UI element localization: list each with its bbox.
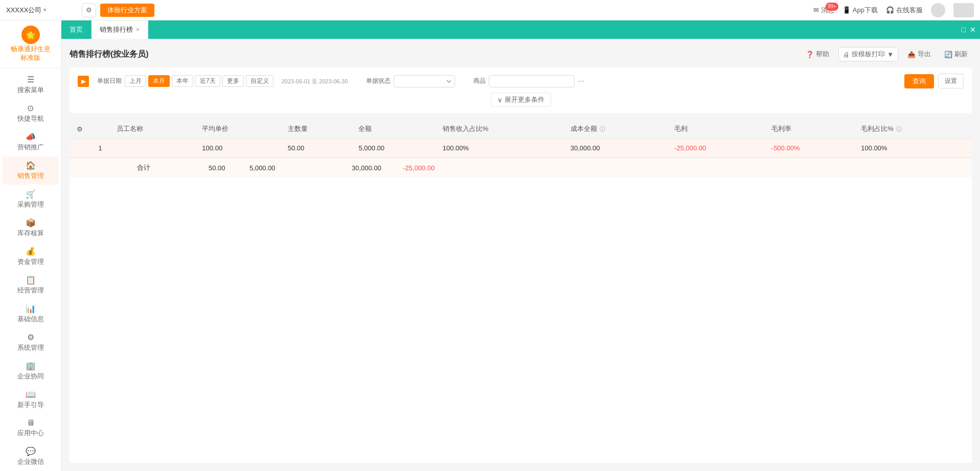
tab-home[interactable]: 首页 — [61, 20, 92, 39]
expand-more-label: 展开更多条件 — [505, 95, 544, 104]
sidebar-item-sales[interactable]: 🏠 销售管理 — [2, 156, 59, 185]
info-icon: ⓘ — [600, 126, 605, 132]
expand-more-row: ∨ 展开更多条件 — [78, 93, 964, 107]
sidebar-item-quick[interactable]: ⊙ 快捷导航 — [2, 99, 59, 127]
marketing-icon: 📣 — [26, 132, 36, 142]
col-cost-amount: 成本全额 ⓘ — [564, 119, 668, 139]
col-qty: 主数量 — [282, 119, 353, 139]
template-arrow-icon: ▼ — [887, 51, 894, 58]
company-name: XXXXX公司 — [6, 6, 41, 15]
refresh-button[interactable]: 🔄 刷新 — [940, 48, 972, 61]
date-range-buttons: 上月 本月 本年 近7天 更多 自定义 — [125, 75, 274, 87]
col-gear[interactable]: ⚙ — [70, 119, 90, 139]
sidebar-item-apps[interactable]: 🖥 应用中心 — [2, 414, 59, 442]
gear-icon: ⚙ — [77, 125, 83, 133]
sidebar-label-basic: 基础信息 — [17, 315, 44, 324]
settings-icon[interactable]: ⚙ — [82, 3, 96, 17]
sidebar-item-purchase[interactable]: 🛒 采购管理 — [2, 185, 59, 213]
sidebar-label-operation: 经营管理 — [17, 286, 44, 295]
cell-qty: 50.00 — [282, 139, 353, 158]
filter-area: ▶ 单据日期 上月 本月 本年 近7天 更多 自定义 — [70, 68, 972, 113]
window-close-icon[interactable]: ✕ — [970, 26, 976, 34]
operation-icon: 📋 — [26, 275, 36, 285]
sidebar-label-finance: 资金管理 — [17, 257, 44, 266]
export-button[interactable]: 📤 导出 — [903, 48, 935, 61]
company-selector[interactable]: XXXXX公司 ▾ — [6, 6, 78, 15]
sidebar-item-basic[interactable]: 📊 基础信息 — [2, 300, 59, 328]
page-header: 销售排行榜(按业务员) ❓ 帮助 🖨 按模板打印 ▼ 📤 导出 — [70, 47, 972, 61]
system-icon: ⚙ — [27, 332, 34, 342]
main-layout: 🌟 畅康通好生意 标准版 ☰ 搜索菜单 ⊙ 快捷导航 📣 营销推广 🏠 销 — [0, 20, 980, 471]
date-btn-this-year[interactable]: 本年 — [172, 75, 193, 87]
window-minimize-icon[interactable]: □ — [962, 26, 966, 34]
chevron-down-icon: ∨ — [497, 96, 503, 104]
sidebar-item-enterprise[interactable]: 🏢 企业协同 — [2, 357, 59, 385]
sidebar-label-inventory: 库存核算 — [17, 229, 44, 238]
cell-gross-rate: -500.00% — [765, 139, 855, 158]
service-label: 在线客服 — [896, 6, 923, 15]
trial-button[interactable]: 体验行业方案 — [100, 4, 154, 17]
sidebar-item-inventory[interactable]: 📦 库存核算 — [2, 214, 59, 242]
sidebar-item-search[interactable]: ☰ 搜索菜单 — [2, 71, 59, 99]
sidebar-item-guide[interactable]: 📖 新手引导 — [2, 386, 59, 414]
search-icon: ☰ — [27, 75, 34, 84]
service-button[interactable]: 🎧 在线客服 — [886, 6, 923, 15]
sidebar-label-guide: 新手引导 — [17, 400, 44, 410]
sidebar-label-wechat: 企业微信 — [17, 457, 44, 466]
query-button[interactable]: 查询 — [904, 74, 934, 88]
message-button[interactable]: ✉ 消息 99+ — [813, 6, 834, 15]
date-btn-custom[interactable]: 自定义 — [246, 75, 274, 87]
wechat-icon: 💬 — [26, 446, 36, 456]
phone-icon: 📱 — [842, 6, 851, 14]
data-table: ⚙ 员工名称 平均单价 主数量 — [70, 119, 972, 158]
guide-icon: 📖 — [26, 390, 36, 399]
app-download-button[interactable]: 📱 App下载 — [842, 6, 878, 15]
col-rank — [90, 119, 110, 139]
tab-sales-ranking[interactable]: 销售排行榜 × — [92, 20, 148, 39]
content-area: 首页 销售排行榜 × □ ✕ 销售排行榜(按业务员) ❓ 帮助 — [61, 20, 980, 471]
chevron-down-icon: ▾ — [43, 7, 47, 13]
footer-amount: 5,000.00 — [249, 164, 301, 172]
sidebar-item-finance[interactable]: 💰 资金管理 — [2, 242, 59, 271]
table-container: ⚙ 员工名称 平均单价 主数量 — [70, 119, 972, 463]
date-btn-7days[interactable]: 近7天 — [195, 75, 220, 87]
sidebar-nav: ☰ 搜索菜单 ⊙ 快捷导航 📣 营销推广 🏠 销售管理 🛒 采购管理 📦 库 — [0, 68, 61, 471]
more-dots[interactable]: ··· — [578, 77, 584, 86]
goods-input[interactable] — [489, 75, 575, 87]
inventory-icon: 📦 — [26, 218, 36, 228]
sidebar-item-system[interactable]: ⚙ 系统管理 — [2, 328, 59, 356]
footer-cost: 30,000.00 — [352, 164, 403, 172]
message-icon: ✉ — [813, 6, 819, 14]
sidebar-item-wechat[interactable]: 💬 企业微信 — [2, 442, 59, 470]
headset-icon: 🎧 — [886, 6, 894, 14]
sidebar-item-operation[interactable]: 📋 经营管理 — [2, 271, 59, 299]
expand-more-button[interactable]: ∨ 展开更多条件 — [491, 93, 551, 107]
page-content: 销售排行榜(按业务员) ❓ 帮助 🖨 按模板打印 ▼ 📤 导出 — [61, 39, 980, 471]
goods-filter: 商品 ··· — [473, 75, 584, 87]
export-label: 导出 — [918, 50, 931, 59]
status-select[interactable] — [394, 75, 455, 87]
col-amount: 全额 — [352, 119, 436, 139]
filter-row-main: ▶ 单据日期 上月 本月 本年 近7天 更多 自定义 — [78, 74, 964, 88]
user-name[interactable] — [953, 3, 974, 17]
template-label: 按模板打印 — [852, 50, 885, 59]
date-range-display: 2023-06-01 至 2023-06-30 — [282, 77, 348, 85]
filter-settings-button[interactable]: 设置 — [938, 74, 964, 88]
cell-amount: 5,000.00 — [352, 139, 436, 158]
cell-sales-pct: 100.00% — [437, 139, 564, 158]
col-avg-price: 平均单价 — [196, 119, 281, 139]
logo-text: 畅康通好生意 标准版 — [11, 45, 51, 62]
col-gross-rate: 毛利率 — [765, 119, 855, 139]
avatar[interactable] — [931, 3, 945, 17]
tab-close-icon[interactable]: × — [136, 26, 140, 33]
template-print-button[interactable]: 🖨 按模板打印 ▼ — [838, 47, 898, 61]
table-footer: 合计 50.00 5,000.00 30,000.00 -25,000.00 — [70, 158, 972, 177]
date-btn-last-month[interactable]: 上月 — [125, 75, 146, 87]
help-button[interactable]: ❓ 帮助 — [802, 48, 833, 61]
date-btn-this-month[interactable]: 本月 — [148, 75, 170, 87]
footer-gross: -25,000.00 — [403, 164, 454, 172]
date-btn-more[interactable]: 更多 — [222, 75, 244, 87]
sidebar-item-marketing[interactable]: 📣 营销推广 — [2, 128, 59, 156]
filter-expand-arrow[interactable]: ▶ — [78, 76, 89, 87]
cell-gross-profit: -25,000.00 — [668, 139, 765, 158]
